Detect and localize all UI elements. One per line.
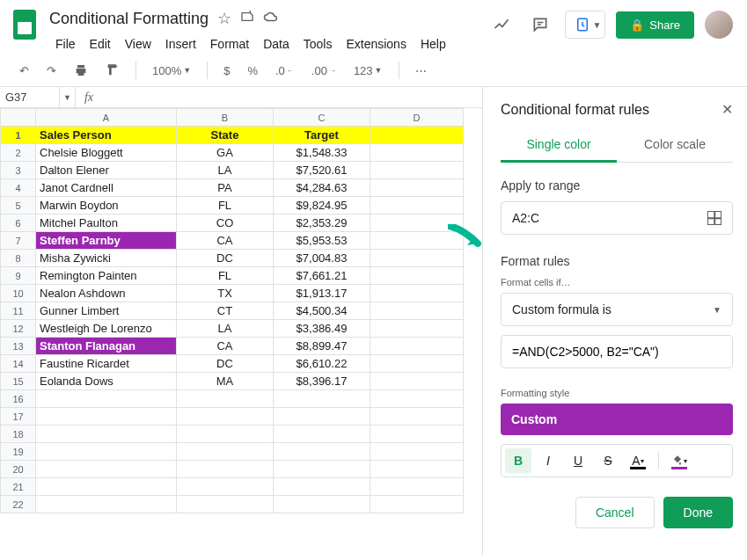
menu-help[interactable]: Help (414, 33, 452, 55)
cell[interactable]: Janot Cardnell (36, 179, 177, 197)
cell[interactable] (274, 390, 370, 408)
redo-icon[interactable]: ↷ (41, 61, 62, 81)
row-header[interactable]: 7 (1, 232, 36, 250)
cell[interactable] (370, 443, 464, 461)
sheets-logo[interactable] (7, 7, 42, 42)
paint-format-icon[interactable] (100, 60, 125, 81)
cell[interactable]: $1,913.17 (274, 285, 370, 302)
undo-icon[interactable]: ↶ (14, 61, 34, 81)
condition-dropdown[interactable]: Custom formula is ▼ (501, 293, 733, 326)
col-header-c[interactable]: C (274, 109, 370, 127)
cell[interactable] (274, 478, 370, 496)
cell[interactable]: DC (177, 250, 274, 267)
col-header-d[interactable]: D (370, 109, 464, 127)
cell[interactable]: $3,386.49 (274, 320, 370, 338)
row-header[interactable]: 16 (1, 390, 36, 408)
cell[interactable]: $7,661.21 (274, 267, 370, 285)
cell[interactable] (274, 443, 370, 461)
cell[interactable] (370, 285, 464, 302)
cell[interactable]: CA (177, 232, 274, 250)
cell[interactable]: $8,899.47 (274, 338, 370, 355)
menu-file[interactable]: File (49, 33, 82, 55)
cell[interactable]: $7,520.61 (274, 162, 370, 179)
cell[interactable]: Stanton Flanagan (36, 338, 177, 355)
col-header-a[interactable]: A (36, 109, 177, 127)
formula-input[interactable] (501, 335, 733, 368)
cell[interactable] (177, 443, 274, 461)
decrease-decimal-icon[interactable]: .0← (270, 61, 299, 81)
cell[interactable]: $5,953.53 (274, 232, 370, 250)
cell[interactable]: Mitchel Paulton (36, 215, 177, 232)
cell[interactable]: TX (177, 285, 274, 302)
cell[interactable]: FL (177, 267, 274, 285)
cell[interactable]: Target (274, 127, 370, 144)
row-header[interactable]: 20 (1, 461, 36, 478)
cell[interactable] (36, 496, 177, 513)
cell[interactable] (36, 425, 177, 443)
cell[interactable] (274, 425, 370, 443)
row-header[interactable]: 21 (1, 478, 36, 496)
cell[interactable] (370, 127, 464, 144)
cell[interactable] (36, 443, 177, 461)
cell[interactable] (370, 461, 464, 478)
cell-grid[interactable]: A B C D 1Sales PersonStateTarget2Chelsie… (0, 108, 482, 513)
cell[interactable] (370, 425, 464, 443)
row-header[interactable]: 11 (1, 302, 36, 320)
cell[interactable]: Eolanda Dows (36, 373, 177, 390)
cell[interactable] (36, 408, 177, 425)
row-header[interactable]: 22 (1, 496, 36, 513)
cell[interactable]: $4,284.63 (274, 179, 370, 197)
tab-single-color[interactable]: Single color (501, 128, 617, 163)
version-history-button[interactable]: ▼ (565, 11, 605, 39)
cell[interactable] (370, 267, 464, 285)
share-button[interactable]: 🔒 Share (616, 11, 694, 39)
menu-extensions[interactable]: Extensions (340, 33, 412, 55)
cell[interactable]: LA (177, 162, 274, 179)
cell[interactable]: $7,004.83 (274, 250, 370, 267)
range-input[interactable]: A2:C (501, 201, 733, 235)
row-header[interactable]: 8 (1, 250, 36, 267)
row-header[interactable]: 18 (1, 425, 36, 443)
row-header[interactable]: 19 (1, 443, 36, 461)
row-header[interactable]: 6 (1, 215, 36, 232)
cell[interactable] (370, 496, 464, 513)
menu-data[interactable]: Data (257, 33, 296, 55)
cell[interactable]: Nealon Ashdown (36, 285, 177, 302)
select-range-icon[interactable] (707, 211, 721, 225)
cell[interactable]: CT (177, 302, 274, 320)
row-header[interactable]: 10 (1, 285, 36, 302)
cell[interactable] (370, 408, 464, 425)
style-preview[interactable]: Custom (501, 404, 733, 435)
cell[interactable] (274, 408, 370, 425)
cell[interactable] (177, 461, 274, 478)
cell[interactable] (370, 144, 464, 162)
row-header[interactable]: 1 (1, 127, 36, 144)
row-header[interactable]: 4 (1, 179, 36, 197)
cell[interactable] (177, 496, 274, 513)
cell[interactable]: $8,396.17 (274, 373, 370, 390)
cell[interactable]: Steffen Parnby (36, 232, 177, 250)
cell[interactable] (177, 408, 274, 425)
number-format-select[interactable]: 123 ▼ (348, 61, 388, 81)
row-header[interactable]: 13 (1, 338, 36, 355)
print-icon[interactable] (69, 60, 93, 81)
namebox-dropdown-icon[interactable]: ▼ (60, 87, 76, 107)
close-icon[interactable]: ✕ (721, 101, 733, 118)
menu-tools[interactable]: Tools (297, 33, 339, 55)
cell[interactable]: Chelsie Bloggett (36, 144, 177, 162)
cell[interactable]: CA (177, 338, 274, 355)
cell[interactable]: $6,610.22 (274, 355, 370, 373)
cell[interactable]: GA (177, 144, 274, 162)
cell[interactable]: Sales Person (36, 127, 177, 144)
row-header[interactable]: 14 (1, 355, 36, 373)
account-avatar[interactable] (705, 11, 733, 39)
cell[interactable] (370, 478, 464, 496)
cell[interactable]: Misha Zywicki (36, 250, 177, 267)
text-color-button[interactable]: A ▾ (625, 448, 651, 473)
cell[interactable] (370, 390, 464, 408)
cell[interactable]: DC (177, 355, 274, 373)
italic-button[interactable]: I (535, 448, 561, 473)
row-header[interactable]: 9 (1, 267, 36, 285)
cell[interactable] (370, 162, 464, 179)
row-header[interactable]: 15 (1, 373, 36, 390)
